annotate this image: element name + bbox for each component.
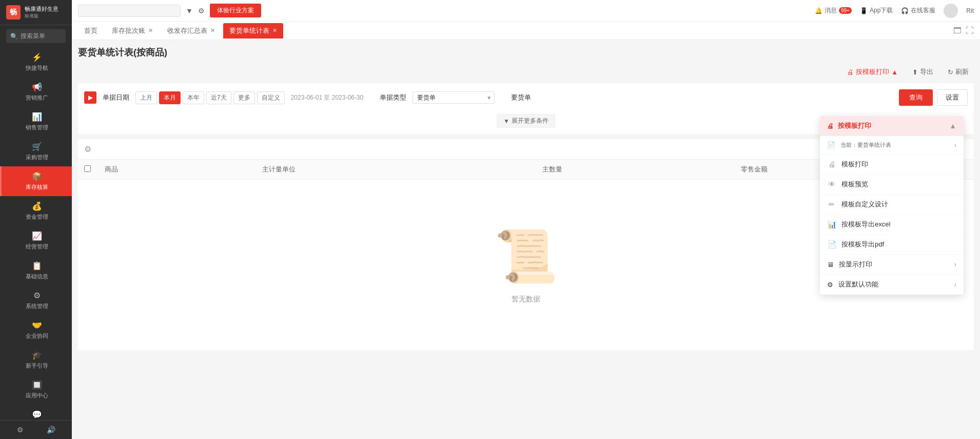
date-range-display: 2023-06-01 至 2023-06-30 [291,93,363,102]
order-filter-label: 要货单 [511,93,531,102]
sound-button[interactable]: 🔊 [47,426,55,434]
tab-window-controls: 🗖 ⛶ [953,26,974,35]
sidebar-item-purchase[interactable]: 🛒 采购管理 [0,137,72,166]
print-template-button[interactable]: 🖨 按模板打印 ▲ [842,65,903,79]
sidebar-item-collab[interactable]: 🤝 企业协同 [0,315,72,345]
date-options: 上月 本月 本年 近7天 更多 自定义 [135,91,285,104]
finance-icon: 💰 [32,201,42,211]
sales-icon: 📊 [32,112,42,122]
headset-icon: 🎧 [901,7,909,14]
app-badge: 标准版 [25,13,58,20]
table-gear-icon[interactable]: ⚙ [84,144,91,154]
sidebar-item-basic[interactable]: 📋 基础信息 [0,256,72,285]
print-dropdown-title: 🖨 按模板打印 [827,121,871,130]
print-dropdown: 🖨 按模板打印 ▲ 📄 当前：要货单统计表 › 🖨 [820,116,964,295]
sidebar-item-quick-nav[interactable]: ⚡ 快捷导航 [0,47,72,77]
tab-maximize-button[interactable]: ⛶ [966,26,974,35]
pdf-icon: 📄 [827,240,836,249]
sidebar-item-app-center[interactable]: 🔲 应用中心 [0,375,72,405]
phone-icon: 📱 [860,7,868,14]
support-button[interactable]: 🎧 在线客服 [901,6,935,15]
date-btn-last-month[interactable]: 上月 [135,91,157,104]
topbar-search-input[interactable] [78,5,181,17]
app-name: 畅康通好生意 [25,5,58,12]
refresh-button[interactable]: ↻ 刷新 [943,65,974,79]
page-title: 要货单统计表(按商品) [78,46,974,59]
select-all-checkbox[interactable] [84,165,91,172]
date-btn-more[interactable]: 更多 [233,91,255,104]
settings-button[interactable]: 设置 [937,89,968,106]
col-product: 商品 [99,160,256,180]
date-btn-this-year[interactable]: 本年 [183,91,204,104]
tab-close-order-stats[interactable]: ✕ [272,27,277,34]
sidebar-item-wechat[interactable]: 💬 企业微信 [0,405,72,420]
print-title-icon: 🖨 [827,122,834,130]
tab-restore-button[interactable]: 🗖 [953,26,962,35]
search-menu-button[interactable]: 🔍 搜索菜单 [6,29,66,43]
preview-icon: 👁 [827,180,836,188]
date-btn-7days[interactable]: 近7天 [206,91,231,104]
type-select-wrapper: 要货单 [413,91,495,104]
industry-button[interactable]: 体验行业方案 [210,4,261,17]
export-button[interactable]: ⬆ 导出 [907,65,938,79]
dropdown-item-display-print[interactable]: 🖥 按显示打印 › [820,255,964,275]
sidebar-item-marketing[interactable]: 📢 营销推广 [0,77,72,107]
refresh-icon: ↻ [948,68,953,76]
tab-close-receipt-summary[interactable]: ✕ [210,27,215,34]
topbar-dropdown-icon[interactable]: ▼ [186,7,193,15]
dropdown-item-set-default[interactable]: ⚙ 设置默认功能 › [820,275,964,295]
tab-close-batch-account[interactable]: ✕ [148,27,153,34]
basic-icon: 📋 [32,261,42,271]
content-area: 要货单统计表(按商品) 🖨 按模板打印 ▲ ⬆ 导出 ↻ [72,40,980,439]
date-btn-this-month[interactable]: 本月 [159,91,181,104]
type-select[interactable]: 要货单 [413,91,495,104]
notifications-button[interactable]: 🔔 消息 99+ [815,6,852,15]
sidebar-item-guide[interactable]: 🎓 新手引导 [0,345,72,375]
sidebar-nav: ⚡ 快捷导航 📢 营销推广 📊 销售管理 🛒 采购管理 📦 库存核算 💰 资金管… [0,47,72,420]
collab-icon: 🤝 [32,320,42,330]
tab-batch-account[interactable]: 库存批次账 ✕ [106,23,159,39]
inventory-icon: 📦 [32,171,42,181]
user-avatar[interactable] [944,4,958,18]
chevron-right-icon-current: › [954,142,956,149]
app-download-button[interactable]: 📱 App下载 [860,6,893,15]
date-btn-custom[interactable]: 自定义 [257,91,285,104]
chevron-right-icon-default: › [954,281,956,288]
print-dropdown-header: 🖨 按模板打印 ▲ [820,116,964,136]
dropdown-item-template-print[interactable]: 🖨 模板打印 [820,155,964,175]
sidebar: 畅 畅康通好生意 标准版 🔍 搜索菜单 ⚡ 快捷导航 📢 营销推广 📊 销售管理… [0,0,72,439]
logo-icon: 畅 [6,5,21,20]
sidebar-item-finance[interactable]: 💰 资金管理 [0,196,72,226]
page: 要货单统计表(按商品) 🖨 按模板打印 ▲ ⬆ 导出 ↻ [72,40,980,357]
dropdown-item-export-excel[interactable]: 📊 按模板导出excel [820,215,964,235]
expand-more-btn[interactable]: ▼ 展开更多条件 [497,114,555,128]
query-button[interactable]: 查询 [899,89,933,106]
dropdown-item-current[interactable]: 📄 当前：要货单统计表 › [820,136,964,155]
printer-icon: 🖨 [847,68,854,76]
dropdown-item-template-preview[interactable]: 👁 模板预览 [820,175,964,195]
sidebar-item-business[interactable]: 📈 经营管理 [0,226,72,256]
empty-text: 暂无数据 [512,295,540,304]
dropdown-item-template-design[interactable]: ✏ 模板自定义设计 [820,195,964,215]
sidebar-item-sales[interactable]: 📊 销售管理 [0,107,72,137]
sidebar-item-system[interactable]: ⚙ 系统管理 [0,285,72,315]
sidebar-item-inventory[interactable]: 📦 库存核算 [0,166,72,196]
dropdown-item-set-default-left: ⚙ 设置默认功能 [827,280,878,289]
excel-icon: 📊 [827,220,836,228]
tab-home[interactable]: 首页 [78,23,104,39]
filter-expand-arrow[interactable]: ▶ [84,91,96,104]
sidebar-search-area: 🔍 搜索菜单 [0,25,72,47]
bell-icon: 🔔 [815,7,822,14]
tab-receipt-summary[interactable]: 收发存汇总表 ✕ [161,23,221,39]
dropdown-item-export-pdf[interactable]: 📄 按模板导出pdf [820,235,964,255]
tab-order-stats[interactable]: 要货单统计表 ✕ [223,23,283,39]
topbar: ▼ ⚙ 体验行业方案 🔔 消息 99+ 📱 App下载 🎧 在线客服 Rit [72,0,980,22]
topbar-gear-icon[interactable]: ⚙ [198,7,205,15]
topbar-search-wrapper [78,5,181,17]
print-dropdown-close-button[interactable]: ▲ [949,122,956,130]
chevron-right-icon-display: › [954,261,956,268]
gear-small-icon: ⚙ [827,281,833,289]
col-quantity: 主数量 [536,160,735,180]
settings-bottom-button[interactable]: ⚙ [17,426,24,434]
marketing-icon: 📢 [32,82,42,92]
